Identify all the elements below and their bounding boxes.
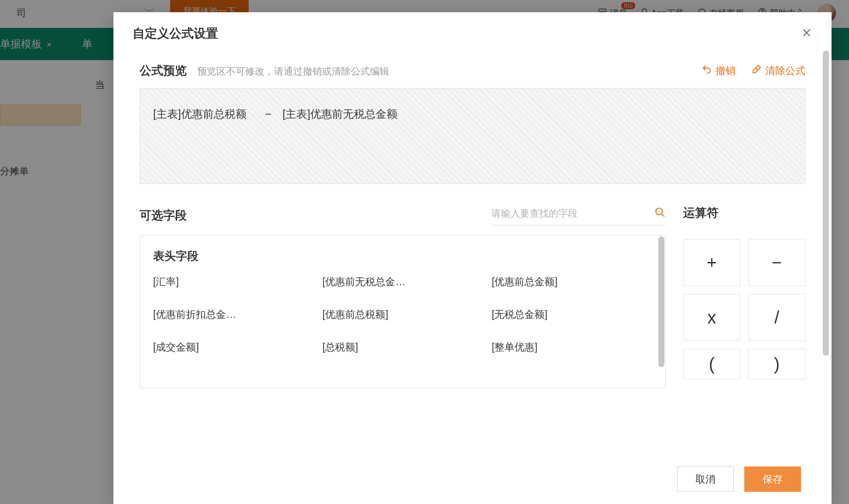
operators-title: 运算符 bbox=[683, 205, 805, 221]
fields-grid: [汇率] [优惠前无税总金… [优惠前总金额] [优惠前折扣总金… [优惠前总税… bbox=[153, 275, 652, 354]
field-item[interactable]: [优惠前无税总金… bbox=[322, 275, 483, 289]
modal-body: 公式预览 预览区不可修改，请通过撤销或清除公式编辑 撤销 清除公式 bbox=[113, 51, 832, 459]
clear-formula-button[interactable]: 清除公式 bbox=[751, 64, 805, 78]
fields-box: 表头字段 [汇率] [优惠前无税总金… [优惠前总金额] [优惠前折扣总金… [… bbox=[140, 235, 666, 388]
field-item[interactable]: [总税额] bbox=[322, 341, 483, 354]
field-item[interactable]: [无税总金额] bbox=[492, 308, 652, 321]
lower-section: 可选字段 表头字段 [汇率] bbox=[140, 205, 805, 388]
formula-preview-box: [主表]优惠前总税额 − [主表]优惠前无税总金额 bbox=[140, 88, 805, 184]
fields-group-title: 表头字段 bbox=[153, 249, 652, 264]
modal-scrollbar-thumb[interactable] bbox=[823, 51, 829, 356]
operator-divide-button[interactable]: / bbox=[748, 294, 805, 341]
formula-token: [主表]优惠前总税额 bbox=[153, 105, 246, 123]
close-button[interactable] bbox=[801, 27, 812, 41]
search-icon[interactable] bbox=[654, 207, 666, 221]
operator-minus-button[interactable]: − bbox=[748, 239, 805, 286]
eraser-icon bbox=[751, 64, 762, 77]
field-item[interactable]: [汇率] bbox=[153, 275, 314, 289]
operator-multiply-button[interactable]: x bbox=[683, 294, 740, 341]
clear-formula-label: 清除公式 bbox=[765, 64, 805, 78]
close-icon bbox=[801, 27, 812, 41]
operator-rparen-button[interactable]: ) bbox=[748, 349, 805, 379]
field-item[interactable]: [优惠前总金额] bbox=[492, 275, 652, 289]
formula-token: [主表]优惠前无税总金额 bbox=[282, 105, 397, 123]
preview-hint: 预览区不可修改，请通过撤销或清除公式编辑 bbox=[197, 65, 691, 78]
svg-point-9 bbox=[656, 208, 662, 215]
formula-operator: − bbox=[265, 105, 272, 123]
fields-scrollbar-thumb[interactable] bbox=[658, 236, 664, 367]
modal-header: 自定义公式设置 bbox=[113, 12, 832, 51]
field-item[interactable]: [优惠前总税额] bbox=[322, 308, 483, 321]
operators-grid: + − x / ( ) bbox=[683, 239, 805, 379]
undo-icon bbox=[702, 64, 712, 77]
field-search[interactable] bbox=[491, 205, 666, 225]
field-search-input[interactable] bbox=[491, 208, 650, 219]
fields-column: 可选字段 表头字段 [汇率] bbox=[140, 205, 666, 388]
field-item[interactable]: [整单优惠] bbox=[492, 341, 652, 354]
preview-title: 公式预览 bbox=[140, 63, 187, 78]
field-item[interactable]: [优惠前折扣总金… bbox=[153, 308, 314, 321]
save-button[interactable]: 保存 bbox=[744, 467, 801, 492]
cancel-button[interactable]: 取消 bbox=[677, 467, 734, 492]
preview-header: 公式预览 预览区不可修改，请通过撤销或清除公式编辑 撤销 清除公式 bbox=[140, 63, 805, 78]
modal-footer: 取消 保存 bbox=[113, 459, 832, 504]
operator-plus-button[interactable]: + bbox=[683, 239, 740, 286]
modal-title: 自定义公式设置 bbox=[133, 25, 218, 42]
undo-button[interactable]: 撤销 bbox=[702, 64, 736, 78]
fields-title: 可选字段 bbox=[140, 208, 187, 223]
operators-column: 运算符 + − x / ( ) bbox=[683, 205, 805, 388]
operator-lparen-button[interactable]: ( bbox=[683, 349, 740, 379]
field-item[interactable]: [成交金额] bbox=[153, 341, 314, 354]
formula-modal: 自定义公式设置 公式预览 预览区不可修改，请通过撤销或清除公式编辑 撤销 bbox=[113, 12, 832, 504]
undo-label: 撤销 bbox=[715, 64, 736, 78]
